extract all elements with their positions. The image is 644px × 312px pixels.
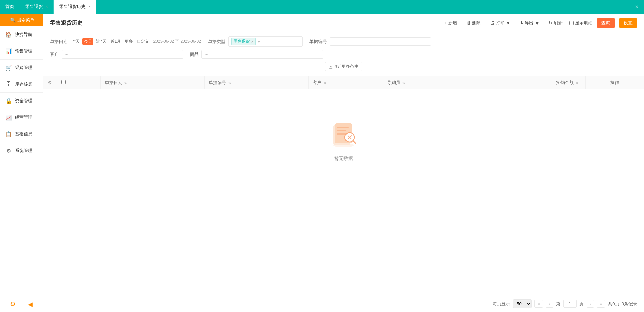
doctype-tag-close[interactable]: × [251,40,253,44]
search-icon: 🔍 [10,18,16,23]
svg-rect-3 [337,127,349,128]
per-page-select[interactable]: 50 20 100 [513,299,532,308]
page-title: 零售退货历史 [50,20,82,27]
settings-bottom-icon[interactable]: ⚙ [10,300,16,308]
filter-docno-input[interactable] [330,37,431,46]
show-detail-toggle[interactable]: 显示明细 [569,20,593,26]
th-customer-label: 客户 [313,80,321,85]
sidebar-item-inventory[interactable]: 🗄 库存核算 [0,76,43,93]
guide-sort-icon[interactable]: ⇅ [402,81,405,85]
refresh-button[interactable]: ↻ 刷新 [546,19,565,27]
date-more[interactable]: 更多 [123,38,134,45]
header-actions: + 新增 🗑 删除 🖨 打印 ▼ ⬇ 导出 ▼ ↻ 刷新 [442,18,637,28]
refresh-label: ↻ 刷新 [549,20,563,26]
settings-button[interactable]: 设置 [619,18,637,28]
filter-goods-label: 商品 [190,51,199,58]
next-page-button[interactable]: › [587,300,594,308]
th-amount: 实销金额 ⇅ [472,76,585,89]
filter-goods-input[interactable]: ··· [201,50,323,59]
tab-retail-return-history-label: 零售退货历史 [59,4,86,10]
show-detail-label: 显示明细 [575,20,593,26]
window-close-button[interactable]: × [635,3,639,10]
print-label: 🖨 打印 [490,20,505,26]
doc-date-sort-icon[interactable]: ⇅ [124,81,127,85]
th-customer: 客户 ⇅ [309,76,383,89]
filter-customer-item: 客户 ··· [50,50,183,59]
system-icon: ⚙ [5,147,12,154]
filter-row-2: 客户 ··· 商品 ··· [50,50,637,59]
date-custom[interactable]: 自定义 [136,38,150,45]
page-suffix: 页 [579,301,584,307]
date-7days[interactable]: 近7天 [95,38,108,45]
filter-customer-placeholder: ··· [65,52,68,57]
print-dropdown-icon: ▼ [506,21,510,26]
filter-docno-label: 单据编号 [309,39,327,45]
sidebar-item-sales-mgmt[interactable]: 📊 销售管理 [0,43,43,60]
empty-state: 暂无数据 [43,89,644,189]
prev-page-button[interactable]: ‹ [546,300,553,308]
collapse-sidebar-icon[interactable]: ◀ [28,300,33,308]
filter-customer-label: 客户 [50,51,59,58]
sidebar-item-system-mgmt[interactable]: ⚙ 系统管理 [0,142,43,159]
doctype-tag: 零售退货 × [231,38,256,45]
filter-customer-input[interactable]: ··· [62,50,183,59]
sidebar-item-quick-nav[interactable]: 🏠 快捷导航 [0,26,43,43]
tab-home[interactable]: 首页 [0,0,20,14]
date-1month[interactable]: 近1月 [109,38,122,45]
sidebar-item-finance-mgmt[interactable]: 🔒 资金管理 [0,93,43,109]
th-doc-date: 单据日期 ⇅ [100,76,205,89]
per-page-label: 每页显示 [493,301,510,307]
th-amount-label: 实销金额 [556,80,574,85]
collapse-filter-button[interactable]: △ 收起更多条件 [325,62,362,71]
page-header: 零售退货历史 + 新增 🗑 删除 🖨 打印 ▼ ⬇ 导出 ▼ ↻ 刷新 [43,14,644,31]
tab-retail-return-history[interactable]: 零售退货历史 × [54,0,96,14]
export-label: ⬇ 导出 [520,20,534,26]
sidebar-item-purchase-mgmt[interactable]: 🛒 采购管理 [0,60,43,76]
tab-retail-return-close[interactable]: × [46,4,48,9]
doc-no-sort-icon[interactable]: ⇅ [228,81,231,85]
main-layout: 🔍 搜索菜单 🏠 快捷导航 📊 销售管理 🛒 采购管理 🗄 库存核算 🔒 资金管… [0,14,644,312]
th-doc-no-label: 单据编号 [209,80,226,85]
basic-info-icon: 📋 [5,131,12,137]
date-yesterday[interactable]: 昨天 [70,38,81,45]
show-detail-checkbox[interactable] [569,21,574,25]
filter-doctype-label: 单据类型 [208,39,225,45]
last-page-button[interactable]: » [597,300,605,308]
page-input[interactable] [563,300,577,308]
select-all-checkbox[interactable] [61,80,66,84]
query-button[interactable]: 查询 [597,18,615,28]
doctype-select-arrow: ▼ [257,40,261,44]
query-label: 查询 [601,20,610,25]
add-label: + 新增 [445,20,457,26]
table-settings-icon[interactable]: ⚙ [48,80,52,85]
filter-goods-item: 商品 ··· [190,50,323,59]
filter-date-label: 单据日期 [50,39,68,45]
delete-button[interactable]: 🗑 删除 [464,19,484,27]
print-button[interactable]: 🖨 打印 ▼ [487,19,513,27]
table-header: ⚙ 单据日期 ⇅ 单据编号 ⇅ [43,76,644,89]
customer-sort-icon[interactable]: ⇅ [324,81,326,85]
export-button[interactable]: ⬇ 导出 ▼ [517,19,542,27]
purchase-icon: 🛒 [5,64,12,71]
top-bar: 首页 零售退货 × 零售退货历史 × × [0,0,644,14]
sidebar-item-purchase-label: 采购管理 [15,65,32,71]
empty-text: 暂无数据 [334,156,353,162]
filter-goods-placeholder: ··· [205,52,208,57]
th-ops: 操作 [585,76,644,89]
filter-row-1: 单据日期 昨天 今天 近7天 近1月 更多 自定义 2023-06-02 至 2… [50,36,637,47]
date-range-display: 2023-06-02 至 2023-06-02 [153,39,201,44]
date-today[interactable]: 今天 [82,38,93,45]
tab-bar: 首页 零售退货 × 零售退货历史 × [0,0,635,14]
tab-retail-return-history-close[interactable]: × [88,4,91,9]
first-page-button[interactable]: « [534,300,543,308]
add-button[interactable]: + 新增 [442,19,460,27]
amount-sort-icon[interactable]: ⇅ [576,81,578,85]
tab-retail-return[interactable]: 零售退货 × [20,0,54,14]
collapse-icon: △ [329,64,332,69]
sidebar-item-operations-mgmt[interactable]: 📈 经营管理 [0,109,43,126]
sidebar-item-basic-info-label: 基础信息 [15,131,32,137]
filter-doctype-select[interactable]: 零售退货 × ▼ [228,36,303,47]
sidebar-item-basic-info[interactable]: 📋 基础信息 [0,126,43,142]
sidebar-search-button[interactable]: 🔍 搜索菜单 [0,14,43,26]
sidebar: 🔍 搜索菜单 🏠 快捷导航 📊 销售管理 🛒 采购管理 🗄 库存核算 🔒 资金管… [0,14,43,312]
